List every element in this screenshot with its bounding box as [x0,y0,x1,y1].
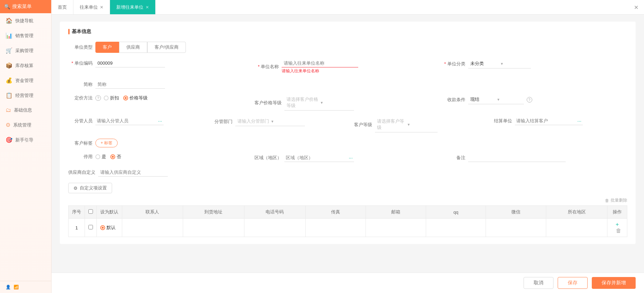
supplier-custom-label: 供应商自定义 [68,169,95,176]
department-select[interactable]: 请输入分管部门 ▼ [235,117,305,126]
customer-price-chevron: ▼ [320,101,352,105]
cell-email[interactable] [366,219,426,237]
email-input[interactable] [369,225,422,230]
cell-fax[interactable] [306,219,366,237]
add-tag-button[interactable]: + 标签 [95,139,118,147]
unit-code-group: 单位编码 [68,59,254,67]
pricing-discount-option[interactable]: 折扣 [104,95,119,101]
region-input-wrap: ··· [284,154,354,162]
window-close-button[interactable]: ✕ [634,4,638,10]
th-email: 邮箱 [366,206,426,219]
save-button[interactable]: 保存 [558,277,588,289]
unit-category-label: 单位分类 [441,61,465,67]
customer-level-chevron: ▼ [407,123,435,127]
settlement-input[interactable] [515,117,576,125]
unit-type-row: 单位类型 客户 供应商 客户/供应商 [68,42,627,53]
disabled-no-option[interactable]: 否 [110,154,121,160]
default-label: 默认 [107,225,116,231]
type-btn-supplier[interactable]: 供应商 [119,42,147,53]
supplier-custom-input[interactable] [98,168,168,177]
tab-partners[interactable]: 往来单位 ✕ [73,0,110,14]
unit-name-input[interactable] [282,59,358,67]
customer-price-select[interactable]: 请选择客户价格等级 ▼ [284,95,354,111]
row-default-radio[interactable]: 默认 [100,225,118,231]
disabled-group: 停用 是 否 [68,154,254,160]
contact-table: 序号 设为默认 联系人 到货地址 电话号码 传真 邮箱 qq 微信 所在地区 操… [68,205,627,237]
row-checkbox[interactable] [88,225,93,229]
select-all-checkbox[interactable] [88,209,93,214]
disabled-no-radio [110,154,115,159]
region-more-btn[interactable]: ··· [347,155,354,161]
contact-input[interactable] [126,225,179,230]
sidebar-item-finance[interactable]: 💰 资金管理 [0,73,51,88]
sidebar-item-system[interactable]: ⚙ 系统管理 [0,117,51,132]
payment-terms-select[interactable]: 现结 ▼ [468,95,524,104]
batch-delete-btn[interactable]: 🗑 批量删除 [605,197,627,203]
fax-input[interactable] [309,225,362,230]
cell-checkbox[interactable] [85,219,97,237]
manager-input[interactable] [95,117,157,125]
customer-level-select[interactable]: 请选择客户等级 ▼ [375,117,438,132]
short-name-input[interactable] [95,80,165,89]
unit-category-select[interactable]: 未分类 ▼ [468,59,531,68]
pricing-radio-group: 折扣 价格等级 [104,95,148,101]
remark-input[interactable] [468,154,566,162]
sidebar-item-sales[interactable]: 📊 销售管理 [0,28,51,43]
cell-phone[interactable] [244,219,305,237]
cell-address[interactable] [183,219,244,237]
tab-bar: 首页 往来单位 ✕ 新增往来单位 ✕ ✕ [52,0,644,15]
region-input[interactable] [284,154,347,162]
tab-partners-close[interactable]: ✕ [100,5,103,10]
disabled-no-label: 否 [117,154,121,160]
region-table-input[interactable] [550,225,604,230]
sidebar-item-base[interactable]: 🗂 基础信息 [0,103,51,117]
address-input[interactable] [187,225,241,230]
search-menu[interactable]: 🔍 搜索菜单 [0,0,51,13]
row-add-btn[interactable]: + [615,221,619,227]
user-icon: 👤 [6,285,11,290]
qq-input[interactable] [430,225,482,230]
sidebar-item-operation[interactable]: 📋 经营管理 [0,88,51,103]
sidebar-item-inventory[interactable]: 📦 库存核算 [0,58,51,73]
settlement-group: 结算单位 ··· [488,117,628,125]
unit-code-input[interactable] [95,59,165,67]
type-btn-customer[interactable]: 客户 [95,42,119,53]
pricing-method-group: 定价方法 ? 折扣 价格等级 [68,95,254,101]
pricing-level-radio [123,96,128,100]
custom-settings-label: 自定义项设置 [80,185,107,191]
save-and-new-button[interactable]: 保存并新增 [592,277,636,289]
bar-icon: 📶 [14,285,19,290]
tab-home[interactable]: 首页 [52,0,73,14]
settlement-more-btn[interactable]: ··· [576,118,583,124]
pricing-help-icon[interactable]: ? [95,95,101,101]
sidebar-label-sales: 销售管理 [15,33,33,39]
cell-action: + 🗑 [607,219,627,237]
department-label: 分管部门 [208,119,233,125]
cell-contact[interactable] [122,219,183,237]
wechat-input[interactable] [489,225,542,230]
footer: 取消 保存 保存并新增 [52,272,644,293]
payment-terms-group: 收款条件 现结 ▼ ? [441,95,627,104]
system-icon: ⚙ [6,122,10,128]
tab-new-partner-close[interactable]: ✕ [146,5,149,10]
sidebar-item-purchase[interactable]: 🛒 采购管理 [0,43,51,58]
pricing-level-option[interactable]: 价格等级 [123,95,148,101]
custom-settings-button[interactable]: ⚙ 自定义项设置 [68,183,112,193]
short-name-group: 简称 [68,80,627,89]
cell-wechat[interactable] [486,219,546,237]
tab-new-partner[interactable]: 新增往来单位 ✕ [110,0,156,14]
customer-level-group: 客户等级 请选择客户等级 ▼ [348,117,488,132]
add-tag-label: + 标签 [101,140,112,146]
cell-region[interactable] [546,219,607,237]
table-actions: 🗑 批量删除 [68,197,627,203]
sidebar-item-quick-nav[interactable]: 🏠 快捷导航 [0,13,51,28]
sidebar-item-newbie[interactable]: 🎯 新手引导 [0,132,51,147]
cancel-button[interactable]: 取消 [524,277,553,289]
type-btn-both[interactable]: 客户/供应商 [147,42,186,53]
payment-terms-help-icon[interactable]: ? [527,97,532,103]
cell-qq[interactable] [426,219,486,237]
phone-input[interactable] [248,225,302,230]
disabled-yes-option[interactable]: 是 [95,154,106,160]
manager-more-btn[interactable]: ··· [157,118,164,124]
row-del-btn[interactable]: 🗑 [616,228,621,234]
